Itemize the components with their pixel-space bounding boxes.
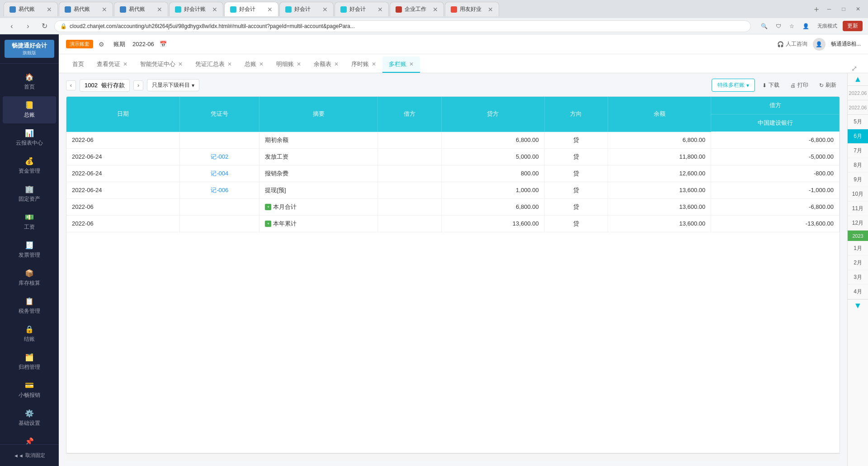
- profile-icon[interactable]: 👤: [800, 22, 812, 30]
- sidebar-item-tax[interactable]: 📋 税务管理: [3, 292, 56, 320]
- browser-tab-t4[interactable]: 好会计账 ✕: [169, 2, 223, 16]
- month-item-2022-6月[interactable]: 6月: [848, 129, 868, 144]
- period-label: 账期: [113, 40, 125, 48]
- subject-selector[interactable]: 1002 银行存款: [80, 79, 130, 92]
- settings-gear-icon[interactable]: ⚙: [99, 41, 104, 48]
- page-tab-close-icon[interactable]: ✕: [123, 61, 127, 67]
- sidebar-item-inventory[interactable]: 📦 库存核算: [3, 264, 56, 292]
- refresh-button[interactable]: ↻ 刷新: [816, 79, 840, 91]
- tab-collapse-button[interactable]: ⤢: [848, 64, 861, 73]
- page-tab-pt9[interactable]: 多栏账✕: [382, 56, 420, 73]
- calendar-icon[interactable]: 📅: [160, 41, 167, 47]
- page-tab-pt8[interactable]: 序时账✕: [345, 56, 382, 73]
- forward-button[interactable]: ›: [22, 20, 34, 33]
- sidebar-item-assets[interactable]: 🏢 固定资产: [3, 180, 56, 207]
- consult-button[interactable]: 🎧 人工咨询: [777, 40, 807, 48]
- page-tab-close-icon[interactable]: ✕: [259, 61, 264, 67]
- month-header-2: 2022.06: [848, 100, 868, 115]
- tab-close-icon[interactable]: ✕: [377, 6, 383, 13]
- page-tab-pt2[interactable]: 查看凭证✕: [90, 56, 134, 73]
- maximize-button[interactable]: □: [837, 3, 850, 15]
- page-tab-pt7[interactable]: 余额表✕: [307, 56, 345, 73]
- sidebar-item-ledger[interactable]: 📒 总账: [3, 96, 56, 123]
- sidebar-item-expense[interactable]: 💳 小畅报销: [3, 377, 56, 404]
- month-item-2022-11月[interactable]: 11月: [848, 202, 868, 216]
- month-item-2022-12月[interactable]: 12月: [848, 216, 868, 231]
- page-tab-pt5[interactable]: 总账✕: [238, 56, 270, 73]
- chevron-down-icon: ▾: [192, 82, 194, 89]
- back-button[interactable]: ‹: [5, 20, 18, 33]
- page-tab-pt4[interactable]: 凭证汇总表✕: [189, 56, 238, 73]
- browser-tab-t8[interactable]: 企业工作 ✕: [390, 2, 444, 16]
- tab-close-icon[interactable]: ✕: [488, 6, 493, 13]
- tab-close-icon[interactable]: ✕: [433, 6, 438, 13]
- month-item-2022-9月[interactable]: 9月: [848, 173, 868, 187]
- sidebar-item-close[interactable]: 🔒 结账: [3, 320, 56, 348]
- month-item-2023-4月[interactable]: 4月: [848, 285, 868, 299]
- tab-close-icon[interactable]: ✕: [157, 6, 162, 13]
- sidebar-item-guide[interactable]: 📌 新手引导: [3, 433, 56, 444]
- update-button[interactable]: 更新: [843, 21, 863, 31]
- sidebar-item-funds[interactable]: 💰 资金管理: [3, 152, 56, 179]
- sidebar-item-archive[interactable]: 🗂️ 归档管理: [3, 348, 56, 376]
- sidebar-item-home[interactable]: 🏠 首页: [3, 68, 56, 95]
- special-ledger-button[interactable]: 特殊多栏账 ▾: [712, 79, 755, 92]
- horizontal-scrollbar[interactable]: [66, 453, 840, 461]
- voucher-link[interactable]: 记-006: [211, 187, 228, 193]
- browser-tab-t9[interactable]: 用友好业 ✕: [445, 2, 499, 16]
- reload-button[interactable]: ↻: [38, 20, 51, 33]
- page-tab-pt1[interactable]: 首页: [66, 56, 90, 73]
- unpin-button[interactable]: ◄◄ 取消固定: [0, 448, 59, 462]
- tab-close-icon[interactable]: ✕: [47, 6, 52, 13]
- page-tab-close-icon[interactable]: ✕: [297, 61, 301, 67]
- download-button[interactable]: ⬇ 下载: [759, 79, 783, 91]
- page-tab-pt6[interactable]: 明细账✕: [270, 56, 307, 73]
- voucher-link[interactable]: 记-002: [211, 153, 228, 160]
- new-tab-button[interactable]: ＋: [810, 3, 823, 15]
- search-icon[interactable]: 🔍: [758, 22, 770, 30]
- print-button[interactable]: 🖨 打印: [787, 79, 812, 91]
- page-tab-pt3[interactable]: 智能凭证中心✕: [134, 56, 189, 73]
- voucher-link[interactable]: 记-004: [211, 170, 228, 177]
- sidebar-item-settings[interactable]: ⚙️ 基础设置: [3, 405, 56, 432]
- month-item-2023-2月[interactable]: 2月: [848, 256, 868, 270]
- next-subject-button[interactable]: ›: [133, 80, 143, 90]
- month-item-2022-8月[interactable]: 8月: [848, 158, 868, 173]
- page-tab-close-icon[interactable]: ✕: [372, 61, 376, 67]
- page-tab-close-icon[interactable]: ✕: [409, 61, 414, 67]
- bookmark-icon[interactable]: ☆: [787, 22, 797, 30]
- browser-tab-t1[interactable]: 易代账 ✕: [4, 2, 58, 16]
- shield-icon[interactable]: 🛡: [773, 22, 784, 30]
- subject-name: 银行存款: [101, 81, 125, 89]
- browser-tab-t5[interactable]: 好会计 ✕: [224, 2, 278, 16]
- month-scroll-up-button[interactable]: ▲: [848, 73, 868, 86]
- url-bar[interactable]: 🔒 cloud2.chanjet.com/accounting/uh26t264…: [54, 20, 751, 32]
- browser-tab-t2[interactable]: 易代账 ✕: [59, 2, 113, 16]
- sidebar-item-salary[interactable]: 💵 工资: [3, 208, 56, 235]
- browser-tab-t6[interactable]: 好会计 ✕: [279, 2, 334, 16]
- close-window-button[interactable]: ✕: [852, 3, 864, 15]
- filter-button[interactable]: 只显示下级科目 ▾: [147, 79, 199, 91]
- tab-close-icon[interactable]: ✕: [267, 6, 273, 13]
- month-item-2023-3月[interactable]: 3月: [848, 270, 868, 285]
- tab-close-icon[interactable]: ✕: [322, 6, 328, 13]
- prev-subject-button[interactable]: ‹: [66, 80, 76, 90]
- page-tab-close-icon[interactable]: ✕: [227, 61, 232, 67]
- cell-direction: 贷: [544, 215, 608, 232]
- month-item-2023-1月[interactable]: 1月: [848, 241, 868, 256]
- page-tab-close-icon[interactable]: ✕: [178, 61, 183, 67]
- page-tab-close-icon[interactable]: ✕: [334, 61, 339, 67]
- minimize-button[interactable]: ─: [823, 3, 835, 15]
- month-item-2022-5月[interactable]: 5月: [848, 115, 868, 129]
- month-item-2022-10月[interactable]: 10月: [848, 187, 868, 202]
- browser-tab-t3[interactable]: 易代账 ✕: [114, 2, 168, 16]
- month-item-2022-7月[interactable]: 7月: [848, 144, 868, 158]
- tab-close-icon[interactable]: ✕: [212, 6, 217, 13]
- sidebar-item-invoice[interactable]: 🧾 发票管理: [3, 236, 56, 264]
- browser-tab-t7[interactable]: 好会计 ✕: [335, 2, 389, 16]
- sidebar-item-reports[interactable]: 📊 云报表中心: [3, 124, 56, 151]
- tab-close-icon[interactable]: ✕: [102, 6, 107, 13]
- month-scroll-down-button[interactable]: ▼: [848, 299, 868, 312]
- ledger-toolbar: ‹ 1002 银行存款 › 只显示下级科目 ▾ 特殊多栏账 ▾: [66, 79, 840, 92]
- nav-item-label: 归档管理: [19, 363, 40, 371]
